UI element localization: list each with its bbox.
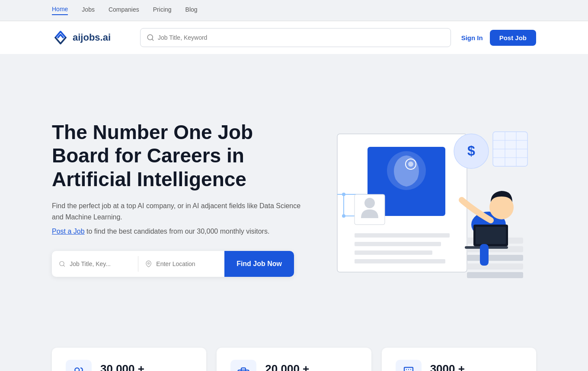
svg-rect-7 [355,242,441,246]
stat-info-companies: 3000 + Companies [430,362,465,371]
building-icon [402,366,415,371]
hero-search-row: Find Job Now [52,251,294,277]
stat-number-visitors: 30,000 + [100,362,144,371]
svg-rect-39 [480,244,489,266]
svg-rect-8 [355,251,432,255]
nav-blog[interactable]: Blog [185,6,198,15]
hero-illustration: $ [311,108,536,289]
stat-card-visitors: 30,000 + Monthly Visitors [52,348,206,371]
main-header: aijobs.ai Sign In Post Job [0,21,588,54]
hero-cta-text: Post a Job to find the best candidates f… [52,226,303,237]
briefcase-icon [237,366,250,371]
logo[interactable]: aijobs.ai [52,29,130,46]
stat-number-jobs: 20,000 + [265,362,309,371]
stat-number-companies: 3000 + [430,362,465,371]
stat-icon-companies [396,360,422,371]
header-search-input[interactable] [158,34,444,41]
sign-in-button[interactable]: Sign In [461,34,483,41]
stat-card-companies: 3000 + Companies [382,348,536,371]
svg-line-3 [64,265,65,266]
stat-icon-jobs [230,360,256,371]
find-job-button[interactable]: Find Job Now [224,251,294,277]
hero-content: The Number One Job Board for Careers in … [52,120,303,277]
svg-rect-6 [355,233,450,238]
post-job-button[interactable]: Post Job [490,30,536,46]
svg-line-1 [152,39,153,40]
svg-rect-9 [355,259,445,263]
svg-point-13 [408,162,413,167]
job-search-icon [59,260,65,268]
svg-text:$: $ [467,143,475,159]
hero-illustration-svg: $ [311,108,536,289]
hero-description: Find the perfect job at a top AI company… [52,200,303,222]
header-actions: Sign In Post Job [461,30,536,46]
stat-icon-visitors [66,360,92,371]
nav-jobs[interactable]: Jobs [82,6,95,15]
top-nav: Home Jobs Companies Pricing Blog [52,0,536,21]
hero-title: The Number One Job Board for Careers in … [52,120,303,191]
svg-rect-32 [467,263,523,270]
nav-pricing[interactable]: Pricing [153,6,172,15]
stat-info-jobs: 20,000 + Jobs [265,362,309,371]
svg-point-40 [459,197,465,203]
svg-rect-33 [467,272,523,278]
svg-rect-31 [467,255,523,261]
svg-rect-36 [476,227,506,244]
location-icon [145,260,152,268]
svg-point-4 [148,263,150,264]
nav-companies[interactable]: Companies [109,6,139,15]
svg-point-20 [364,198,375,208]
logo-icon [52,29,69,46]
location-search-field[interactable] [138,260,224,268]
job-search-field[interactable] [52,260,138,268]
nav-home[interactable]: Home [52,6,68,15]
location-input[interactable] [156,260,217,267]
post-a-job-link[interactable]: Post a Job [52,228,85,235]
job-title-input[interactable] [70,260,131,267]
users-icon [72,366,85,371]
hero-section: The Number One Job Board for Careers in … [0,54,588,339]
stat-info-visitors: 30,000 + Monthly Visitors [100,362,144,371]
stats-section: 30,000 + Monthly Visitors 20,000 + Jobs [0,339,588,371]
logo-text: aijobs.ai [73,32,111,43]
search-icon [147,34,154,41]
stat-card-jobs: 20,000 + Jobs [217,348,371,371]
svg-point-41 [75,368,79,371]
header-search-bar[interactable] [140,28,451,47]
